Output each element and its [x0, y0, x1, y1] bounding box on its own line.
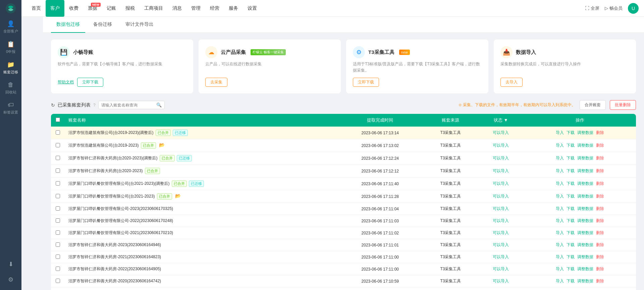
folder-icon[interactable]: 📂	[159, 142, 165, 148]
op-删除[interactable]: 删除	[596, 168, 604, 173]
op-导入[interactable]: 导入	[556, 143, 564, 148]
merge-account-btn[interactable]: 合并账套	[580, 100, 606, 110]
op-导入[interactable]: 导入	[556, 181, 564, 186]
op-调整数据[interactable]: 调整数据	[577, 267, 593, 271]
op-导入[interactable]: 导入	[556, 130, 564, 135]
row-checkbox[interactable]	[56, 206, 60, 211]
op-调整数据[interactable]: 调整数据	[577, 230, 593, 235]
row-checkbox[interactable]	[56, 218, 60, 223]
sidebar-item-all-clients[interactable]: 👤 全部客户	[0, 17, 21, 37]
op-下载[interactable]: 下载	[567, 218, 575, 223]
op-下载[interactable]: 下载	[567, 194, 575, 199]
row-checkbox[interactable]	[56, 130, 60, 135]
op-下载[interactable]: 下载	[567, 181, 575, 186]
op-调整数据[interactable]: 调整数据	[577, 206, 593, 211]
tab-data-migration[interactable]: 数据包迁移	[51, 17, 85, 33]
nav-fees[interactable]: 收费	[64, 0, 83, 17]
nav-business[interactable]: 工商项目	[140, 0, 168, 17]
sidebar-item-download[interactable]: ⬇	[0, 257, 21, 271]
op-导入[interactable]: 导入	[556, 206, 564, 211]
vip-btn[interactable]: ▷ 畅会员	[605, 5, 623, 11]
op-下载[interactable]: 下载	[567, 206, 575, 211]
op-调整数据[interactable]: 调整数据	[577, 255, 593, 259]
app-logo[interactable]	[0, 0, 21, 17]
nav-operation[interactable]: 经营	[205, 0, 224, 17]
op-调整数据[interactable]: 调整数据	[577, 242, 593, 247]
op-下载[interactable]: 下载	[567, 242, 575, 247]
tab-backup-migration[interactable]: 备份迁移	[88, 17, 117, 33]
op-导入[interactable]: 导入	[556, 267, 564, 271]
op-调整数据[interactable]: 调整数据	[577, 279, 593, 283]
op-删除[interactable]: 删除	[596, 230, 604, 235]
nav-service[interactable]: 服务	[224, 0, 243, 17]
select-all-checkbox[interactable]	[56, 118, 60, 122]
op-下载[interactable]: 下载	[567, 130, 575, 135]
op-导入[interactable]: 导入	[556, 168, 564, 173]
op-下载[interactable]: 下载	[567, 168, 575, 173]
op-导入[interactable]: 导入	[556, 218, 564, 223]
op-下载[interactable]: 下载	[567, 255, 575, 259]
op-导入[interactable]: 导入	[556, 255, 564, 259]
op-调整数据[interactable]: 调整数据	[577, 156, 593, 160]
avatar[interactable]: U	[628, 3, 639, 14]
row-checkbox[interactable]	[56, 168, 60, 173]
op-删除[interactable]: 删除	[596, 206, 604, 211]
help-doc-link[interactable]: 帮助文档	[58, 79, 74, 85]
search-input[interactable]	[101, 103, 155, 107]
row-checkbox[interactable]	[56, 242, 60, 247]
op-下载[interactable]: 下载	[567, 279, 575, 283]
nav-messages[interactable]: 消息	[168, 0, 186, 17]
op-调整数据[interactable]: 调整数据	[577, 143, 593, 148]
sidebar-item-recycle[interactable]: 🗑 回收站	[0, 78, 21, 98]
op-调整数据[interactable]: 调整数据	[577, 194, 593, 199]
download-btn-xiaochangzhang[interactable]: 立即下载	[77, 78, 103, 87]
nav-manage[interactable]: 管理	[186, 0, 205, 17]
op-删除[interactable]: 删除	[596, 130, 604, 135]
nav-bookkeeping[interactable]: 记账	[102, 0, 121, 17]
collect-btn-yunproduct[interactable]: 去采集	[205, 78, 227, 87]
op-调整数据[interactable]: 调整数据	[577, 168, 593, 173]
row-checkbox[interactable]	[56, 267, 60, 271]
nav-clients[interactable]: 客户	[46, 0, 64, 17]
op-删除[interactable]: 删除	[596, 218, 604, 223]
batch-delete-btn[interactable]: 批量删除	[610, 100, 636, 110]
row-checkbox[interactable]	[56, 143, 60, 147]
row-checkbox[interactable]	[56, 279, 60, 283]
op-导入[interactable]: 导入	[556, 242, 564, 247]
sidebar-item-zero-report[interactable]: 📋 0申报	[0, 37, 21, 58]
sidebar-item-account-migration[interactable]: 📁 账套迁移	[0, 58, 21, 78]
op-下载[interactable]: 下载	[567, 143, 575, 148]
download-btn-t3tool[interactable]: 立即下载	[353, 78, 379, 87]
refresh-icon[interactable]: ↻	[51, 102, 55, 108]
row-checkbox[interactable]	[56, 156, 60, 160]
op-删除[interactable]: 删除	[596, 242, 604, 247]
op-删除[interactable]: 删除	[596, 255, 604, 259]
op-删除[interactable]: 删除	[596, 194, 604, 199]
op-导入[interactable]: 导入	[556, 279, 564, 283]
search-icon[interactable]: 🔍	[156, 102, 162, 107]
nav-settings[interactable]: 设置	[243, 0, 262, 17]
op-下载[interactable]: 下载	[567, 230, 575, 235]
op-删除[interactable]: 删除	[596, 267, 604, 271]
folder-icon[interactable]: 📂	[175, 193, 181, 199]
row-checkbox[interactable]	[56, 181, 60, 186]
op-调整数据[interactable]: 调整数据	[577, 218, 593, 223]
op-调整数据[interactable]: 调整数据	[577, 181, 593, 186]
op-下载[interactable]: 下载	[567, 267, 575, 271]
help-icon[interactable]: ?	[93, 103, 96, 107]
nav-home[interactable]: 首页	[27, 0, 46, 17]
row-checkbox[interactable]	[56, 194, 60, 198]
import-btn-dataimport[interactable]: 去导入	[500, 78, 523, 87]
tab-audit-export[interactable]: 审计文件导出	[120, 17, 159, 33]
row-checkbox[interactable]	[56, 255, 60, 259]
nav-tax[interactable]: 报税	[121, 0, 140, 17]
op-删除[interactable]: 删除	[596, 143, 604, 148]
op-删除[interactable]: 删除	[596, 156, 604, 160]
nav-invoices[interactable]: 票据 NEW	[83, 0, 102, 17]
op-导入[interactable]: 导入	[556, 156, 564, 160]
op-导入[interactable]: 导入	[556, 230, 564, 235]
sidebar-item-tags[interactable]: 🏷 标签设置	[0, 98, 21, 118]
fullscreen-btn[interactable]: ⛶ 全屏	[585, 5, 599, 11]
op-下载[interactable]: 下载	[567, 156, 575, 160]
op-删除[interactable]: 删除	[596, 181, 604, 186]
